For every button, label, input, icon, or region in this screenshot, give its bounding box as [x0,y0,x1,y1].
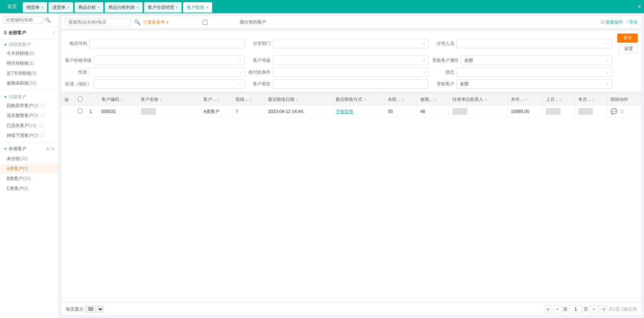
payment-input[interactable]: ∨ [273,67,428,77]
sort-icon-nocontact[interactable]: ⇅ [401,98,404,102]
action-chat-icon[interactable]: 💬 [611,108,618,115]
sidebar-item-class-a[interactable]: A类客户(1) [0,164,58,174]
nav-tab-analysis-list-close[interactable]: × [136,2,139,13]
sidebar-item-unclassified[interactable]: 未分组(32) [0,154,58,164]
manager-label: 分管人员 [432,40,454,47]
nav-home[interactable]: 首页 [3,0,21,13]
query-button[interactable]: 查询 [617,33,638,43]
sort-icon-overdue[interactable]: ⇅ [434,98,437,102]
nav-tab-sales-close[interactable]: × [41,2,43,13]
filter-icon: ▽ [143,20,147,25]
nav-tab-purchase-close[interactable]: × [67,2,69,13]
sort-icon-lastmonth[interactable]: ⇅ [559,98,562,102]
sidebar-item-today[interactable]: 今天待联络(0) [0,49,58,59]
my-customers-checkbox[interactable] [172,20,238,25]
page-input[interactable] [569,305,582,313]
nav-tab-customer-tier-close[interactable]: × [176,2,178,13]
filter-dept: 分管部门 ∨ [248,39,428,48]
export-icon: ↑ [626,20,628,25]
sidebar-search-input[interactable] [3,16,43,24]
sidebar-divider-1 [0,90,58,90]
dept-input[interactable]: ∨ [273,39,428,48]
sidebar-item-overdue[interactable]: 逾期未联络(30) [0,78,58,88]
sidebar-item-declining[interactable]: 持续下滑客户(2) ⓘ [0,131,58,141]
edit-icon[interactable]: ✎ [51,146,55,152]
retail-input[interactable]: 全部∨ [457,79,612,89]
manager-input[interactable]: ··· [457,39,612,48]
nav-tab-purchase[interactable]: 进货单 × [49,2,73,13]
settings-button[interactable]: 设置 [619,44,638,53]
triangle-icon-3: ▼ [4,147,7,151]
nav-tab-sales[interactable]: 销货单 × [23,2,47,13]
sidebar-item-churned[interactable]: 已流失客户(24) ⓘ [0,121,58,131]
last-page-button[interactable]: >| [599,305,607,313]
sort-icon-code[interactable]: ⇅ [120,98,123,102]
per-page-select[interactable]: 50 20 100 [85,305,104,313]
nav-tab-analysis-close[interactable]: × [97,2,100,13]
last-contact-method-link[interactable]: 下销货单 [336,109,353,114]
nav-tab-customer-contact-close[interactable]: × [206,2,208,13]
sidebar-item-tomorrow[interactable]: 明天待联络(1) [0,59,58,68]
select-all-checkbox[interactable] [78,97,83,102]
phone-input[interactable] [89,39,245,48]
sort-icon-category[interactable]: ⇅ [217,98,220,102]
sort-icon-contact[interactable]: ⇅ [249,98,252,102]
sort-icon-date[interactable]: ⇅ [296,98,298,102]
td-code: 000031 [98,106,138,118]
column-settings-icon[interactable]: ⚙ [64,97,69,103]
search-input[interactable] [65,18,131,26]
data-table-area: ⚙ 客户编码⇅ 客户名称⇅ [61,93,642,316]
payment-label: 收付款条件 [248,69,271,75]
region-input[interactable]: ··· [94,79,245,89]
nav-tab-analysis-list[interactable]: 商品分析列表 × [105,2,142,13]
sort-icon-unit[interactable]: ⇅ [484,98,487,102]
retail-attr-arrow: ∨ [606,59,609,63]
th-checkbox [75,94,86,106]
sort-icon-year[interactable]: ⇅ [525,98,527,102]
sidebar-item-class-b[interactable]: B类客户(33) [0,174,58,184]
nav-tab-customer-tier[interactable]: 客户分层经营 × [144,2,182,13]
sidebar-search-icon[interactable]: 🔍 [45,17,51,23]
first-page-button[interactable]: |< [544,305,552,313]
more-conditions-button[interactable]: ▽ 更多条件 ∨ [143,19,169,25]
action-qr-icon[interactable]: ⊞ [620,108,625,115]
global-close-button[interactable]: × [638,3,641,10]
sort-icon-thismonth[interactable]: ⇅ [592,98,595,102]
region-label: 区域（地区） [65,81,92,87]
nav-tab-customer-contact[interactable]: 客户联络 × [183,2,212,13]
my-customers-filter[interactable]: 我分管的客户 [172,19,266,25]
nature-label: 性质 [65,69,87,75]
sort-icon-method[interactable]: ⇅ [363,98,366,102]
td-action-buttons: 💬 ⊞ [611,108,638,115]
filter-manager: 分管人员 ··· [432,39,612,48]
table-wrapper[interactable]: ⚙ 客户编码⇅ 客户名称⇅ [61,94,641,298]
th-date-label: 最后联络日期 [268,96,294,103]
refresh-icon[interactable]: ↻ [46,146,50,152]
sidebar-item-repurchase[interactable]: 回购异常客户(2) ⓘ [0,101,58,111]
filter-row-2: 客户价格等级 ∨ 客户等级 ∨ 零散客户属性 全部∨ [65,56,638,65]
row-checkbox[interactable] [78,109,83,113]
horizontal-scrollbar[interactable] [61,298,641,303]
price-tier-input[interactable]: ∨ [94,56,245,65]
sidebar-collapse-icon[interactable]: 《 [50,30,55,36]
customer-tier-input[interactable]: ∨ [273,56,428,65]
status-input[interactable]: ∨ [457,67,612,77]
customer-type-input[interactable] [273,79,428,89]
table-header-row: ⚙ 客户编码⇅ 客户名称⇅ [61,94,641,106]
filter-search-icon[interactable]: 🔍 [134,19,140,25]
retail-attr-input[interactable]: 全部∨ [461,56,612,65]
sidebar-item-class-c[interactable]: C类客户(6) [0,184,58,194]
batch-operation-button[interactable]: ☑ 批量操作 [601,19,623,25]
sidebar-item-churn-warning[interactable]: 流失预警客户(3) ⓘ [0,111,58,121]
nature-input[interactable]: ∨ [89,67,245,77]
export-button[interactable]: ↑ 导出 [626,19,638,25]
sidebar-item-7days[interactable]: 近7天待联络(0) [0,68,58,78]
th-overdue-label: 逾期... [420,96,433,103]
nav-tab-analysis[interactable]: 商品分析 × [75,2,103,13]
sidebar-all-customers[interactable]: ⠿ 全部客户 《 [0,27,58,39]
th-customer-name: 客户名称⇅ [138,94,200,106]
next-page-button[interactable]: > [590,305,598,313]
prev-page-button[interactable]: < [554,305,562,313]
sidebar-section-value[interactable]: ▼ 价值客户 ↻ ✎ [0,144,58,154]
sort-icon-name[interactable]: ⇅ [160,98,162,102]
